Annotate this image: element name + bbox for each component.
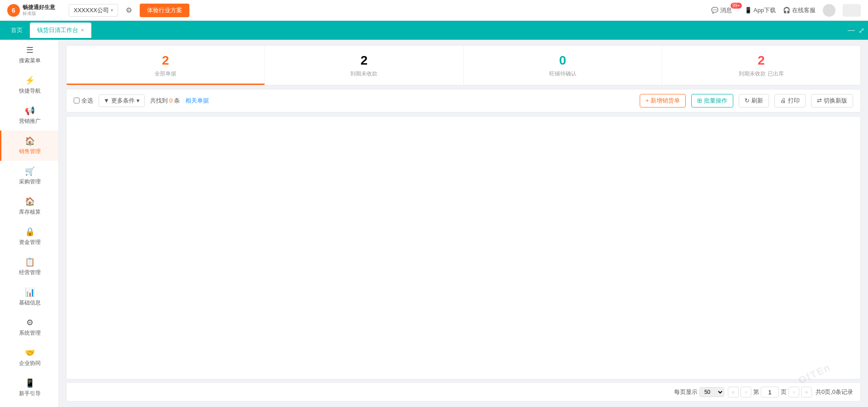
- switch-version-button[interactable]: ⇄ 切换新版: [811, 94, 853, 108]
- filter-button[interactable]: ▼ 更多条件 ▾: [99, 94, 145, 107]
- select-all-checkbox[interactable]: 全选: [74, 97, 93, 105]
- sidebar-item-app-center[interactable]: 🛍 应用中心: [0, 403, 58, 407]
- sidebar-item-marketing[interactable]: 📢 营销推广: [0, 100, 58, 131]
- refresh-label: 刷新: [751, 97, 763, 105]
- sidebar-item-basic-info[interactable]: 📊 基础信息: [0, 282, 58, 312]
- experience-button[interactable]: 体验行业方案: [140, 4, 189, 17]
- overdue-count: 2: [361, 53, 368, 68]
- filter-icon: ▼: [104, 97, 109, 104]
- result-count: 0: [170, 97, 173, 104]
- tab-home[interactable]: 首页: [4, 23, 30, 38]
- stat-card-overdue[interactable]: 2 到期未收款: [265, 46, 463, 85]
- maximize-icon[interactable]: ⤢: [859, 26, 864, 35]
- app-download-button[interactable]: 📱 App下载: [745, 6, 776, 14]
- switch-label: 切换新版: [824, 97, 847, 105]
- sales-icon: 🏠: [25, 136, 35, 146]
- last-page-button[interactable]: »: [801, 387, 812, 398]
- purchase-icon: 🛒: [25, 166, 35, 176]
- settings-button[interactable]: ⚙: [123, 4, 135, 17]
- sidebar-item-system[interactable]: ⚙ 系统管理: [0, 312, 58, 342]
- switch-icon: ⇄: [817, 97, 822, 104]
- app-download-label: App下载: [754, 6, 776, 14]
- message-button[interactable]: 💬 消息 99+: [711, 6, 737, 14]
- online-service-label: 在线客服: [792, 6, 816, 14]
- prev-page-button[interactable]: ‹: [741, 387, 751, 398]
- select-all-input[interactable]: [74, 98, 80, 103]
- page-number-input[interactable]: [761, 387, 779, 398]
- print-icon: 🖨: [780, 97, 786, 104]
- sidebar-item-enterprise[interactable]: 🤝 企业协同: [0, 342, 58, 373]
- print-button[interactable]: 🖨 打印: [774, 94, 806, 108]
- sidebar-item-label: 快捷导航: [19, 87, 41, 95]
- sidebar-item-inventory[interactable]: 🏠 库存核算: [0, 191, 58, 221]
- tab-workbench[interactable]: 钱货日清工作台 ×: [30, 23, 91, 38]
- guide-icon: 📱: [25, 378, 35, 388]
- sidebar-item-quick-nav[interactable]: ⚡ 快捷导航: [0, 70, 58, 100]
- tab-close-icon[interactable]: ×: [81, 27, 84, 33]
- next-page-button[interactable]: ›: [788, 387, 799, 398]
- add-sales-order-button[interactable]: + 新增销货单: [640, 94, 686, 108]
- batch-label: 批量操作: [704, 97, 727, 105]
- minimize-icon[interactable]: —: [848, 26, 855, 34]
- filter-chevron-icon: ▾: [137, 97, 140, 104]
- all-label: 全部单据: [155, 70, 176, 78]
- avatar[interactable]: [823, 4, 835, 17]
- nav-tabs-controls: — ⤢: [848, 26, 864, 35]
- batch-operation-button[interactable]: ⊞ 批量操作: [691, 94, 733, 108]
- online-service-button[interactable]: 🎧 在线客服: [783, 6, 816, 14]
- sidebar-item-label: 经营管理: [19, 269, 41, 276]
- basic-info-icon: 📊: [25, 287, 35, 297]
- header-right: 💬 消息 99+ 📱 App下载 🎧 在线客服: [711, 4, 861, 17]
- user-name[interactable]: [843, 4, 861, 17]
- toolbar: 全选 ▼ 更多条件 ▾ 共找到 0 条 相关单据 + 新增销货单 ⊞ 批: [66, 89, 861, 112]
- table-empty-placeholder: [66, 117, 860, 379]
- sidebar-item-label: 资金管理: [19, 239, 41, 246]
- company-selector[interactable]: XXXXXX公司 ▾: [69, 4, 118, 17]
- toolbar-right: + 新增销货单 ⊞ 批量操作 ↻ 刷新 🖨 打印 ⇄ 切换新版: [640, 94, 853, 108]
- stat-card-all[interactable]: 2 全部单据: [66, 46, 265, 85]
- print-label: 打印: [788, 97, 800, 105]
- gear-icon: ⚙: [126, 6, 132, 14]
- shipped-label: 到期未收款 已出库: [739, 70, 783, 78]
- total-records-label: 共0页,0条记录: [816, 388, 853, 396]
- page-label-end: 页: [781, 388, 787, 396]
- stat-card-pending[interactable]: 0 旺辅待确认: [464, 46, 662, 85]
- tab-workbench-label: 钱货日清工作台: [37, 26, 78, 34]
- page-size-select-input[interactable]: 10 20 50 100: [699, 387, 724, 397]
- logo-main-title: 畅捷通好生意: [23, 4, 55, 10]
- sidebar-item-sales[interactable]: 🏠 销售管理: [0, 131, 58, 161]
- related-link[interactable]: 相关单据: [185, 97, 209, 105]
- first-page-button[interactable]: «: [728, 387, 739, 398]
- refresh-button[interactable]: ↻ 刷新: [739, 94, 769, 108]
- stats-cards: 2 全部单据 2 到期未收款 0 旺辅待确认 2 到期未收款 已出库: [66, 45, 861, 85]
- table-area: [66, 116, 861, 379]
- sidebar-item-label: 销售管理: [19, 148, 41, 155]
- filter-label: 更多条件: [111, 97, 135, 105]
- header-left: 6 畅捷通好生意 标准版 XXXXXX公司 ▾ ⚙ 体验行业方案: [7, 4, 189, 17]
- enterprise-icon: 🤝: [25, 348, 35, 358]
- pagination-bar: 每页显示 10 20 50 100 « ‹ 第 页 › » 共0页,0条记录: [66, 383, 861, 402]
- sidebar-item-purchase[interactable]: 🛒 采购管理: [0, 161, 58, 191]
- sidebar: ☰ 搜索菜单 ⚡ 快捷导航 📢 营销推广 🏠 销售管理 🛒 采购管理 🏠 库存核…: [0, 40, 59, 407]
- search-menu-icon: ☰: [26, 45, 33, 55]
- tab-home-label: 首页: [11, 26, 23, 34]
- company-name: XXXXXX公司: [74, 6, 109, 14]
- page-size-label: 每页显示: [674, 388, 698, 396]
- nav-tabs: 首页 钱货日清工作台 × — ⤢: [0, 21, 868, 40]
- stat-card-shipped[interactable]: 2 到期未收款 已出库: [662, 46, 860, 85]
- sidebar-item-finance[interactable]: 🔒 资金管理: [0, 221, 58, 252]
- sidebar-item-label: 新手引导: [19, 390, 41, 398]
- download-icon: 📱: [745, 7, 752, 14]
- page-label: 第: [753, 388, 759, 396]
- sidebar-item-operations[interactable]: 📋 经营管理: [0, 252, 58, 282]
- sidebar-item-guide[interactable]: 📱 新手引导: [0, 373, 58, 403]
- message-label: 消息: [720, 6, 732, 14]
- shipped-count: 2: [758, 53, 765, 68]
- pending-label: 旺辅待确认: [549, 70, 576, 78]
- sidebar-item-label: 基础信息: [19, 299, 41, 307]
- sidebar-item-label: 系统管理: [19, 329, 41, 337]
- main-layout: ☰ 搜索菜单 ⚡ 快捷导航 📢 营销推广 🏠 销售管理 🛒 采购管理 🏠 库存核…: [0, 40, 868, 407]
- system-icon: ⚙: [26, 318, 33, 327]
- sidebar-item-search-menu[interactable]: ☰ 搜索菜单: [0, 40, 58, 70]
- quick-nav-icon: ⚡: [25, 75, 35, 85]
